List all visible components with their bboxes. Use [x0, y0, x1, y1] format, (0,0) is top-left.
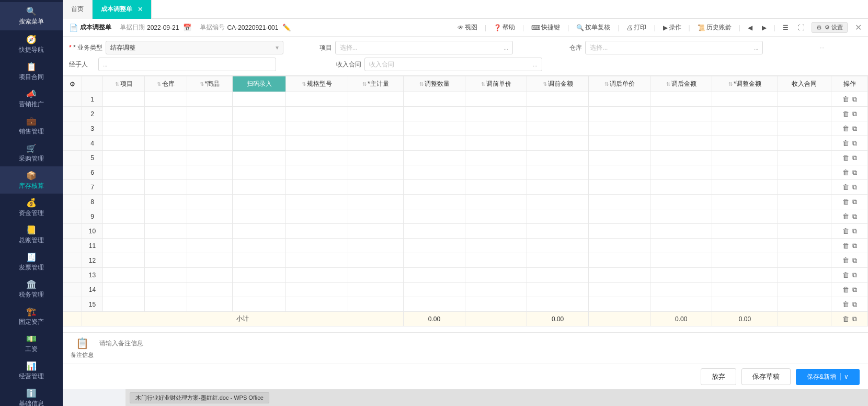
row-warehouse-4[interactable]	[145, 136, 187, 151]
row-unit-2[interactable]	[348, 107, 404, 121]
row-unit-7[interactable]	[348, 180, 404, 195]
row-before-price-11[interactable]	[465, 239, 527, 253]
row-goods-15[interactable]	[187, 297, 233, 312]
row-unit-15[interactable]	[348, 297, 404, 312]
row-delete-icon-9[interactable]: 🗑	[842, 212, 849, 220]
row-before-amount-2[interactable]	[527, 107, 589, 121]
row-income-contract-10[interactable]	[778, 224, 831, 239]
row-settings-4[interactable]	[63, 136, 82, 151]
row-copy-icon-12[interactable]: ⧉	[852, 256, 857, 265]
row-income-contract-5[interactable]	[778, 151, 831, 165]
row-after-amount-15[interactable]	[650, 297, 712, 312]
row-settings-9[interactable]	[63, 209, 82, 224]
row-settings-2[interactable]	[63, 107, 82, 121]
row-project-12[interactable]	[103, 253, 145, 268]
row-project-5[interactable]	[103, 151, 145, 165]
row-adjust-amount-14[interactable]	[712, 283, 778, 297]
row-copy-icon-6[interactable]: ⧉	[852, 168, 857, 177]
row-after-amount-12[interactable]	[650, 253, 712, 268]
row-spec-13[interactable]	[286, 268, 348, 283]
row-after-amount-9[interactable]	[650, 209, 712, 224]
row-spec-8[interactable]	[286, 195, 348, 209]
row-goods-2[interactable]	[187, 107, 233, 121]
row-after-amount-2[interactable]	[650, 107, 712, 121]
row-unit-1[interactable]	[348, 92, 404, 107]
row-unit-3[interactable]	[348, 121, 404, 136]
row-adjust-amount-6[interactable]	[712, 165, 778, 180]
row-delete-icon-4[interactable]: 🗑	[842, 139, 849, 147]
row-delete-icon-12[interactable]: 🗑	[842, 256, 849, 264]
row-scan-3[interactable]	[233, 121, 286, 136]
row-goods-11[interactable]	[187, 239, 233, 253]
row-adjust-qty-13[interactable]	[404, 268, 465, 283]
row-settings-13[interactable]	[63, 268, 82, 283]
row-unit-5[interactable]	[348, 151, 404, 165]
row-warehouse-12[interactable]	[145, 253, 187, 268]
row-income-contract-2[interactable]	[778, 107, 831, 121]
row-before-price-3[interactable]	[465, 121, 527, 136]
row-copy-icon-14[interactable]: ⧉	[852, 286, 857, 294]
row-copy-icon-2[interactable]: ⧉	[852, 110, 857, 118]
row-warehouse-2[interactable]	[145, 107, 187, 121]
row-before-price-5[interactable]	[465, 151, 527, 165]
row-before-price-6[interactable]	[465, 165, 527, 180]
row-adjust-amount-15[interactable]	[712, 297, 778, 312]
row-delete-icon-5[interactable]: 🗑	[842, 154, 849, 162]
row-income-contract-14[interactable]	[778, 283, 831, 297]
row-income-contract-15[interactable]	[778, 297, 831, 312]
row-warehouse-11[interactable]	[145, 239, 187, 253]
row-before-amount-10[interactable]	[527, 224, 589, 239]
row-delete-icon-3[interactable]: 🗑	[842, 125, 849, 132]
sidebar-item-project-contract[interactable]: 📋 项目合同	[0, 58, 63, 85]
th-income-contract[interactable]: 收入合同	[778, 76, 831, 92]
row-before-amount-15[interactable]	[527, 297, 589, 312]
row-settings-11[interactable]	[63, 239, 82, 253]
row-delete-icon-10[interactable]: 🗑	[842, 227, 849, 235]
row-spec-15[interactable]	[286, 297, 348, 312]
row-warehouse-5[interactable]	[145, 151, 187, 165]
row-warehouse-15[interactable]	[145, 297, 187, 312]
th-before-amount[interactable]: ⇅调前金额	[527, 76, 589, 92]
row-project-3[interactable]	[103, 121, 145, 136]
th-after-price[interactable]: ⇅调后单价	[589, 76, 650, 92]
row-settings-6[interactable]	[63, 165, 82, 180]
row-project-9[interactable]	[103, 209, 145, 224]
row-copy-icon-3[interactable]: ⧉	[852, 125, 857, 133]
row-goods-7[interactable]	[187, 180, 233, 195]
sidebar-item-invoice-mgmt[interactable]: 🧾 发票管理	[0, 248, 63, 275]
row-unit-4[interactable]	[348, 136, 404, 151]
row-after-price-1[interactable]	[589, 92, 650, 107]
row-goods-9[interactable]	[187, 209, 233, 224]
row-delete-icon-7[interactable]: 🗑	[842, 183, 849, 191]
row-income-contract-8[interactable]	[778, 195, 831, 209]
row-delete-icon-14[interactable]: 🗑	[842, 286, 849, 294]
row-warehouse-6[interactable]	[145, 165, 187, 180]
row-warehouse-1[interactable]	[145, 92, 187, 107]
row-unit-10[interactable]	[348, 224, 404, 239]
row-before-price-8[interactable]	[465, 195, 527, 209]
row-before-price-1[interactable]	[465, 92, 527, 107]
row-settings-12[interactable]	[63, 253, 82, 268]
row-after-amount-1[interactable]	[650, 92, 712, 107]
row-before-amount-5[interactable]	[527, 151, 589, 165]
taskbar-item-0[interactable]: 木门行业好业财处理方案-墨红红.doc - WPS Office	[130, 392, 269, 403]
sidebar-item-purchase-mgmt[interactable]: 🛒 采购管理	[0, 139, 63, 166]
row-unit-6[interactable]	[348, 165, 404, 180]
row-spec-3[interactable]	[286, 121, 348, 136]
row-before-price-14[interactable]	[465, 283, 527, 297]
summary-delete-icon[interactable]: 🗑	[842, 315, 849, 323]
row-project-8[interactable]	[103, 195, 145, 209]
discard-button[interactable]: 放弃	[701, 368, 736, 385]
row-adjust-qty-12[interactable]	[404, 253, 465, 268]
row-unit-9[interactable]	[348, 209, 404, 224]
row-adjust-qty-15[interactable]	[404, 297, 465, 312]
row-unit-14[interactable]	[348, 283, 404, 297]
row-copy-icon-13[interactable]: ⧉	[852, 271, 857, 279]
toolbar-calendar-icon[interactable]: 📅	[183, 24, 191, 31]
sidebar-item-tax-mgmt[interactable]: 🏛️ 税务管理	[0, 275, 63, 302]
row-project-7[interactable]	[103, 180, 145, 195]
row-scan-12[interactable]	[233, 253, 286, 268]
shortcut-btn[interactable]: ⌨ 快捷键	[529, 22, 562, 33]
row-before-price-10[interactable]	[465, 224, 527, 239]
tab-close-icon[interactable]: ✕	[138, 6, 143, 13]
